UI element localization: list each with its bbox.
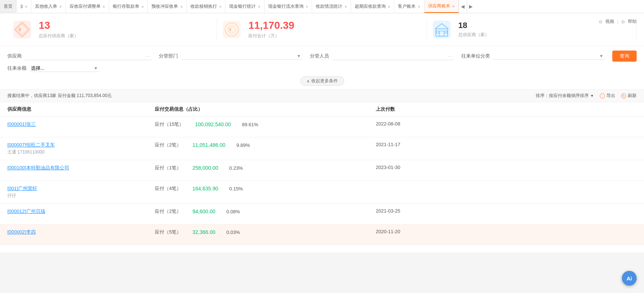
nav-tab-cash-flow-close[interactable]: × — [306, 4, 308, 9]
refresh-button[interactable]: ↻ 刷新 — [621, 93, 637, 99]
nav-tab-customer-ledger[interactable]: 客户账本 × — [394, 0, 424, 13]
nav-tab-other-income-close[interactable]: × — [59, 4, 62, 9]
nav-tab-customer-ledger-close[interactable]: × — [418, 4, 420, 9]
supplier-filter-label: 供应商 — [7, 53, 22, 59]
table-row: [001]广州荣轩 仔仔 应付（4笔） 164,635.90 0.15% — [0, 181, 644, 204]
help-link[interactable]: 帮助 — [628, 18, 637, 25]
nav-tab-bank-deposit[interactable]: 银行存取款单 × — [109, 0, 148, 13]
supplier-link-3[interactable]: [001]广州荣轩 — [7, 185, 155, 192]
payable-total-amount: 11,170.39 — [248, 20, 294, 31]
nav-tab-cash-stats-close[interactable]: × — [258, 4, 260, 9]
supplier-input[interactable] — [26, 53, 146, 59]
person-dots-icon[interactable]: ··· — [448, 53, 452, 59]
filter-row-2: 往来余额 选择... ▼ — [7, 65, 637, 72]
summary-card-payable-total: ¥ 11,170.39 应付合计（万） — [217, 18, 427, 41]
nav-tab-ar-ap-adjust-close[interactable]: × — [103, 4, 105, 9]
transaction-cell-3: 应付（4笔） 164,635.90 0.15% — [155, 185, 376, 192]
tx-label-0: 应付（15笔） — [155, 121, 184, 128]
payable-total-icon: ¥ — [221, 18, 243, 41]
collapse-up-icon: ∧ — [307, 79, 310, 84]
nav-tab-bank-deposit-label: 银行存取款单 — [113, 3, 139, 10]
nav-tab-receipt-stats[interactable]: 收款情况统计 × — [312, 0, 351, 13]
nav-prev-button[interactable]: ◀ — [459, 0, 467, 13]
refresh-label: 刷新 — [628, 93, 637, 99]
filter-balance: 往来余额 选择... ▼ — [7, 65, 99, 72]
nav-tab-prepay[interactable]: 预收冲应收单 × — [148, 0, 186, 13]
balance-chevron-icon: ▼ — [94, 66, 98, 71]
nav-tab-supplier-ledger-label: 供应商账本 — [428, 3, 450, 9]
nav-tab-supplier-ledger-close[interactable]: × — [452, 4, 455, 8]
supplier-link-2[interactable]: [000100]本特勤油品有限公司 — [7, 165, 155, 171]
video-link[interactable]: 视频 — [605, 18, 614, 25]
table-row: [000007]恒旺二手叉车 王通 17106110000 应付（2笔） 11,… — [0, 137, 644, 160]
lastpay-cell-1: 2021-11-17 — [376, 142, 637, 147]
export-button[interactable]: ↑ 导出 — [600, 93, 615, 99]
lastpay-date-2: 2023-01-30 — [376, 165, 400, 170]
svg-rect-4 — [223, 21, 241, 38]
tx-amount-0[interactable]: 100,092,540.00 — [195, 121, 231, 127]
nav-tab-home[interactable]: 首页 — [0, 0, 17, 13]
table-row: [000100]本特勤油品有限公司 应付（1笔） 258,000.00 0.23… — [0, 160, 644, 181]
tx-percent-0: 89.61% — [242, 122, 258, 127]
nav-tab-customer-ledger-label: 客户账本 — [398, 3, 416, 10]
tx-amount-2[interactable]: 258,000.00 — [192, 165, 218, 171]
nav-tab-collection[interactable]: 收款核销执行 × — [187, 0, 225, 13]
category-select[interactable] — [494, 53, 599, 59]
table-row: [000012]广州贝瑞 应付（2笔） 94,600.00 0.08% 2021… — [0, 204, 644, 224]
total-suppliers-count: 18 — [458, 21, 489, 30]
filter-person: 分管人员 ··· — [310, 52, 454, 60]
tx-percent-3: 0.15% — [229, 186, 243, 192]
person-input[interactable] — [333, 53, 448, 59]
supplier-sub-1: 王通 17106110000 — [7, 149, 155, 155]
balance-filter-label: 往来余额 — [7, 65, 27, 72]
summary-info-payable-suppliers: 13 总应付供应商（家） — [39, 20, 78, 39]
sort-chevron-icon: ▼ — [590, 94, 594, 98]
supplier-link-1[interactable]: [000007]恒旺二手叉车 — [7, 142, 155, 148]
balance-select-wrap: 选择... ▼ — [29, 65, 99, 72]
tx-amount-5[interactable]: 32,366.00 — [192, 229, 215, 235]
dept-select[interactable] — [182, 53, 297, 59]
supplier-link-0[interactable]: [000001]张三 — [7, 121, 155, 128]
nav-tab-other-income[interactable]: 其他收入单 × — [31, 0, 66, 13]
tx-amount-1[interactable]: 11,051,486.00 — [192, 142, 225, 148]
supplier-link-4[interactable]: [000012]广州贝瑞 — [7, 208, 155, 215]
payable-suppliers-label: 总应付供应商（家） — [39, 33, 78, 39]
supplier-cell-3: [001]广州荣轩 仔仔 — [7, 185, 155, 199]
nav-tab-cash-stats-label: 现金银行统计 — [229, 3, 256, 10]
query-button[interactable]: 查询 — [612, 51, 637, 62]
nav-tab-ar-ap-adjust[interactable]: 应收应付调整单 × — [66, 0, 109, 13]
filter-category: 往来单位分类 ▼ — [461, 52, 605, 60]
nav-next-button[interactable]: ▶ — [467, 0, 475, 13]
nav-tab-ar-ap-adjust-label: 应收应付调整单 — [70, 3, 101, 10]
balance-select[interactable]: 选择... — [31, 65, 94, 71]
tx-amount-3[interactable]: 164,635.90 — [192, 186, 218, 192]
nav-tab-3-close[interactable]: × — [25, 4, 27, 9]
supplier-cell-5: [000002]李四 — [7, 229, 155, 235]
nav-tab-3[interactable]: 3 × — [17, 0, 31, 13]
nav-tab-overdue-close[interactable]: × — [388, 4, 390, 9]
tx-wrap-2: 应付（1笔） 258,000.00 0.23% — [155, 165, 376, 171]
nav-tab-bank-deposit-close[interactable]: × — [141, 4, 144, 9]
filter-supplier: 供应商 ··· — [7, 52, 151, 60]
nav-tab-cash-flow-label: 现金银行流水查询 — [268, 3, 304, 10]
tx-percent-1: 9.89% — [237, 142, 250, 148]
transaction-cell-1: 应付（2笔） 11,051,486.00 9.89% — [155, 142, 376, 148]
tx-wrap-4: 应付（2笔） 94,600.00 0.08% — [155, 208, 376, 215]
supplier-input-wrap: ··· — [25, 52, 151, 60]
nav-tab-overdue[interactable]: 超期应收款查询 × — [351, 0, 394, 13]
collapse-button[interactable]: ∧ 收起更多条件 — [300, 76, 344, 86]
nav-tab-cash-stats[interactable]: 现金银行统计 × — [225, 0, 264, 13]
tx-wrap-0: 应付（15笔） 100,092,540.00 89.61% — [155, 121, 376, 128]
table-row: [000001]张三 应付（15笔） 100,092,540.00 89.61%… — [0, 117, 644, 137]
supplier-dots-icon[interactable]: ··· — [146, 53, 150, 59]
sort-label: 排序：按应付余额倒序排序 — [536, 93, 589, 99]
supplier-link-5[interactable]: [000002]李四 — [7, 229, 155, 235]
nav-tab-supplier-ledger[interactable]: 供应商账本 × — [424, 0, 459, 13]
collapse-label: 收起更多条件 — [311, 78, 338, 84]
nav-tab-receipt-stats-close[interactable]: × — [344, 4, 347, 9]
nav-tab-cash-flow[interactable]: 现金银行流水查询 × — [265, 0, 312, 13]
sort-select[interactable]: 排序：按应付余额倒序排序 ▼ — [536, 93, 594, 99]
nav-tab-prepay-close[interactable]: × — [180, 4, 182, 9]
tx-amount-4[interactable]: 94,600.00 — [192, 208, 215, 214]
nav-tab-collection-close[interactable]: × — [219, 4, 221, 9]
